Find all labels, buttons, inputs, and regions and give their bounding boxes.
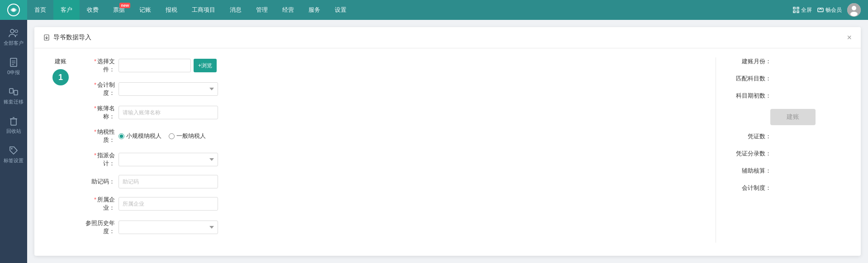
top-navigation: 首页 客户 收费 票据 new 记账 报税 工商项目 消息 管理 经营 服务 设… [0, 0, 868, 20]
file-label: 选择文件： [82, 57, 119, 74]
nav-item-manage[interactable]: 管理 [249, 0, 275, 20]
accountant-select[interactable] [119, 153, 218, 166]
tax-radio-group: 小规模纳税人 一般纳税人 [119, 132, 206, 140]
voucher-row: 凭证数： [734, 132, 852, 141]
browse-button[interactable]: +浏览 [194, 59, 217, 72]
match-row: 匹配科目数： [734, 75, 852, 83]
month-label: 建账月份： [734, 57, 775, 66]
build-account-button[interactable]: 建账 [770, 109, 816, 125]
svg-rect-12 [10, 58, 17, 66]
trash-icon [9, 116, 19, 126]
nav-item-settings[interactable]: 设置 [327, 0, 354, 20]
app-logo [0, 0, 27, 20]
nav-item-bookkeeping[interactable]: 记账 [132, 0, 158, 20]
fullscreen-button[interactable]: 全屏 [793, 6, 812, 14]
sidebar-item-transfer[interactable]: 账套迁移 [0, 82, 27, 110]
vip-icon [817, 7, 824, 13]
nav-item-home[interactable]: 首页 [27, 0, 53, 20]
accounting-row: 会计制度： [82, 81, 697, 97]
sidebar-item-all-clients[interactable]: 全部客户 [0, 23, 27, 51]
avatar[interactable] [847, 3, 861, 17]
file-input[interactable] [119, 59, 191, 72]
aux-label: 辅助核算： [734, 167, 775, 175]
history-row: 参照历史年度： [82, 219, 697, 235]
users-icon [9, 28, 19, 38]
file-input-group: +浏览 [119, 59, 217, 72]
nav-item-fee[interactable]: 收费 [80, 0, 106, 20]
sidebar-item-tag-settings[interactable]: 标签设置 [0, 141, 27, 169]
tax-general-radio[interactable]: 一般纳税人 [169, 132, 206, 140]
svg-point-8 [852, 6, 856, 10]
accounting-label: 会计制度： [82, 81, 119, 97]
svg-rect-16 [9, 89, 13, 93]
memo-row: 助记码： [82, 175, 697, 188]
acc-sys-label: 会计制度： [734, 184, 775, 192]
tax-small-radio[interactable]: 小规模纳税人 [119, 132, 161, 140]
history-label: 参照历史年度： [82, 219, 119, 235]
ledger-row: 账簿名称： [82, 104, 697, 121]
svg-rect-3 [797, 7, 799, 9]
nav-item-service[interactable]: 服务 [301, 0, 327, 20]
file-row: 选择文件： +浏览 [82, 57, 697, 74]
company-input[interactable] [119, 197, 218, 211]
dialog-panel: 导爷数据导入 × 建账 1 选择文件： +浏览 [34, 27, 861, 256]
dialog-header: 导爷数据导入 × [34, 27, 861, 48]
accounting-select[interactable] [119, 82, 218, 96]
history-select[interactable] [119, 221, 218, 234]
right-info: 建账月份： 匹配科目数： 科目期初数： 建账 凭证数： [725, 57, 861, 243]
form-divider [716, 57, 716, 243]
memo-label: 助记码： [82, 178, 119, 186]
form-area: 建账 1 选择文件： +浏览 会计制度： [34, 48, 861, 252]
transfer-icon [9, 87, 19, 97]
step-label: 建账 [55, 57, 66, 66]
acc-sys-row: 会计制度： [734, 184, 852, 192]
nav-item-operation[interactable]: 经营 [275, 0, 301, 20]
close-button[interactable]: × [847, 33, 852, 42]
month-row: 建账月份： [734, 57, 852, 66]
new-badge: new [119, 3, 130, 8]
accountant-label: 指派会计： [82, 151, 119, 168]
period-label: 科目期初数： [734, 92, 775, 100]
avatar-icon [847, 3, 861, 17]
period-row: 科目期初数： [734, 92, 852, 100]
sidebar: 全部客户 0申报 账套迁移 回收站 标签设置 [0, 20, 27, 263]
step-section: 建账 1 [34, 57, 82, 85]
memo-input[interactable] [119, 175, 218, 188]
dialog-title: 导爷数据导入 [43, 33, 91, 42]
tag-icon [9, 146, 19, 155]
nav-item-invoice[interactable]: 票据 new [106, 0, 132, 20]
svg-rect-2 [793, 7, 795, 9]
accountant-row: 指派会计： [82, 151, 697, 168]
main-content: 导爷数据导入 × 建账 1 选择文件： +浏览 [27, 20, 868, 263]
nav-item-tax[interactable]: 报税 [158, 0, 185, 20]
voucher-count-label: 凭证分录数： [734, 150, 775, 158]
svg-rect-4 [793, 11, 795, 13]
nav-right-area: 全屏 畅会员 [793, 3, 868, 17]
vip-button[interactable]: 畅会员 [817, 6, 842, 14]
sidebar-item-zero-report[interactable]: 0申报 [0, 53, 27, 80]
svg-rect-18 [11, 119, 16, 125]
svg-rect-5 [797, 11, 799, 13]
nav-item-client[interactable]: 客户 [53, 0, 80, 20]
company-label: 所属企业： [82, 196, 119, 212]
nav-item-business[interactable]: 工商项目 [185, 0, 223, 20]
svg-point-11 [15, 30, 18, 33]
report-icon [9, 57, 19, 67]
sidebar-item-recycle[interactable]: 回收站 [0, 112, 27, 139]
tax-label: 纳税性质： [82, 128, 119, 144]
ledger-label: 账簿名称： [82, 104, 119, 121]
voucher-label: 凭证数： [734, 132, 775, 141]
tax-row: 纳税性质： 小规模纳税人 一般纳税人 [82, 128, 697, 144]
nav-menu: 首页 客户 收费 票据 new 记账 报税 工商项目 消息 管理 经营 服务 设… [27, 0, 793, 20]
svg-point-9 [850, 12, 858, 16]
nav-item-message[interactable]: 消息 [223, 0, 249, 20]
svg-rect-17 [14, 90, 18, 95]
build-btn-area: 建账 [734, 109, 852, 125]
company-row: 所属企业： [82, 196, 697, 212]
step-area: 建账 1 [34, 57, 82, 243]
aux-row: 辅助核算： [734, 167, 852, 175]
svg-point-10 [10, 29, 14, 33]
voucher-count-row: 凭证分录数： [734, 150, 852, 158]
ledger-input[interactable] [119, 106, 218, 119]
import-icon [43, 34, 50, 41]
